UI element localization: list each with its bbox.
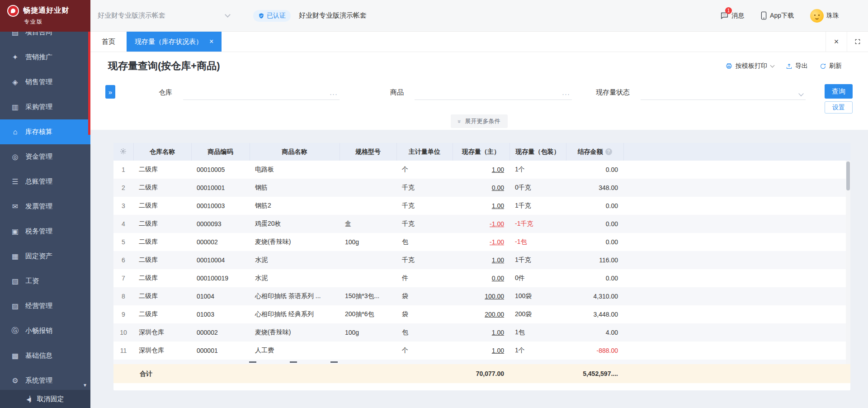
total-balance-amount: 5,452,597.... [566,364,618,383]
query-button[interactable]: 查询 [825,84,853,99]
cell-amount: 0.00 [566,269,623,287]
cell-filler [623,305,850,323]
table-row[interactable]: 2 二级库 00010001 钢筋 千克 0.00 0千克 34 [113,179,850,197]
phone-icon [760,11,767,20]
sidebar-item-label: 采购管理 [25,103,52,111]
tab-close-icon[interactable]: × [209,38,213,46]
cell-warehouse: 二级库 [133,215,191,233]
brand-logo-icon [7,5,19,17]
sidebar-item[interactable]: ▨ 经营管理 [0,294,90,318]
row-index: 1 [113,161,133,179]
table-row[interactable]: 9 二级库 01003 心相印抽纸 经典系列 200抽*6包 袋 200.00 … [113,305,850,323]
sidebar-item[interactable]: ☰ 总账管理 [0,169,90,194]
warehouse-filter: 仓库 ··· [159,85,340,100]
table-row[interactable]: 6 二级库 00010004 水泥 千克 1.00 1千克 11 [113,251,850,269]
sidebar-item-label: 工资 [25,277,39,285]
sidebar-item-label: 经营管理 [25,302,52,310]
goods-input[interactable]: ··· [415,85,572,100]
clipped-text-mark [330,361,338,363]
cell-amount: -888.00 [566,342,623,360]
qty-link[interactable]: 0.00 [492,275,504,282]
cell-filler [623,323,850,342]
sidebar-item[interactable]: ▦ 固定资产 [0,244,90,269]
cell-amount: 116.00 [566,251,623,269]
table-row[interactable]: 10 深圳仓库 000002 麦烧(香辣味) 100g 包 1.00 1包 [113,323,850,342]
sidebar-item[interactable]: ▧ 工资 [0,269,90,294]
table-row[interactable]: 1 二级库 00010005 电路板 个 1.00 1个 0.0 [113,161,850,179]
sidebar-item[interactable]: ⌂ 库存核算 [0,119,90,144]
sidebar-item[interactable]: ◎ 资金管理 [0,144,90,169]
qty-link[interactable]: 1.00 [492,329,504,336]
table-row[interactable]: 3 二级库 00010003 钢筋2 千克 1.00 1千克 0 [113,197,850,215]
cell-goods-name: 钢筋 [250,179,340,197]
qty-link[interactable]: 1.00 [492,347,504,354]
more-options-icon[interactable]: ··· [330,90,338,98]
export-button[interactable]: 导出 [786,62,808,70]
user-menu[interactable]: 珠珠 [810,9,839,23]
sidebar-item[interactable]: ▥ 采购管理 [0,95,90,119]
row-index: 3 [113,197,133,215]
sidebar-item[interactable]: ◈ 销售管理 [0,70,90,95]
qty-link[interactable]: -1.00 [490,238,504,246]
tab-stock-status[interactable]: 现存量（库存状况表） × [127,32,222,52]
cell-qty-package: 1千克 [509,197,566,215]
tab-bar: 首页 现存量（库存状况表） × × [90,32,868,52]
qty-link[interactable]: -1.00 [490,220,504,228]
expense-icon: Ⓖ [11,326,19,336]
filter-bar: » 仓库 ··· 商品 ··· 现存量状态 查询 设置 [90,80,868,114]
more-options-icon[interactable]: ··· [562,90,570,98]
qty-link[interactable]: 200.00 [485,311,504,318]
print-by-template-button[interactable]: 按模板打印 [725,62,774,70]
sidebar-item[interactable]: ✉ 发票管理 [0,194,90,219]
stock-status-select[interactable] [641,85,806,100]
settings-button[interactable]: 设置 [825,101,853,114]
refresh-icon [820,63,826,70]
table-row[interactable]: 4 二级库 0000093 鸡蛋20枚 盒 千克 -1.00 -1千克 [113,215,850,233]
export-label: 导出 [795,62,808,70]
cell-qty-package: -1千克 [509,215,566,233]
sidebar-item[interactable]: ▣ 税务管理 [0,219,90,244]
cell-qty-main: 100.00 [453,287,509,305]
cell-goods-name: 水泥 [250,251,340,269]
cell-warehouse: 二级库 [133,269,191,287]
qty-link[interactable]: 1.00 [492,202,504,209]
table-row[interactable]: 8 二级库 01004 心相印抽纸 茶语系列 ... 150抽*3包... 袋 … [113,287,850,305]
tab-home[interactable]: 首页 [90,32,127,52]
messages-button[interactable]: 消息 1 [720,11,744,20]
qty-link[interactable]: 1.00 [492,166,504,173]
sidebar-item[interactable]: ▤ 项目合同 [0,32,90,45]
unpin-sidebar-button[interactable]: ◀▏ 取消固定 [0,390,90,408]
collapse-filter-button[interactable]: » [105,85,115,99]
table-row[interactable]: 5 二级库 000002 麦烧(香辣味) 100g 包 -1.00 -1包 [113,233,850,251]
table-scrollbar-track [846,161,850,364]
close-all-tabs-button[interactable]: × [826,32,847,52]
sidebar-item[interactable]: Ⓖ 小畅报销 [0,318,90,343]
column-settings-button[interactable] [113,143,133,161]
fullscreen-button[interactable] [847,32,868,52]
refresh-button[interactable]: 刷新 [820,62,842,70]
expand-more-conditions-button[interactable]: » 展开更多条件 [451,114,507,128]
scroll-down-icon[interactable]: ▼ [83,383,87,388]
table-scrollbar-thumb[interactable] [846,161,850,190]
cell-filler [623,233,850,251]
qty-link[interactable]: 0.00 [492,184,504,191]
cell-warehouse: 二级库 [133,251,191,269]
warehouse-input[interactable]: ··· [183,85,340,100]
cell-goods-code: 0000093 [191,215,250,233]
qty-link[interactable]: 100.00 [485,293,504,300]
sidebar-item[interactable]: ▩ 基础信息 [0,343,90,368]
cell-spec: 150抽*3包... [340,287,396,305]
table-row[interactable]: 7 二级库 000100019 水泥 件 0.00 0件 0.0 [113,269,850,287]
account-set-selector[interactable]: 好业财专业版演示帐套 [98,11,230,20]
help-icon[interactable]: ? [605,148,612,155]
chevron-down-icon[interactable] [798,91,803,96]
system-icon: ⚙ [11,376,19,385]
table-row[interactable]: 11 深圳仓库 000001 人工费 个 1.00 1个 -88 [113,342,850,360]
app-download-button[interactable]: App下载 [760,11,794,20]
sidebar-item[interactable]: ✦ 营销推广 [0,45,90,70]
cell-goods-code: 000100019 [191,269,250,287]
qty-link[interactable]: 1.00 [492,256,504,264]
clipped-next-row [113,360,850,364]
sidebar-item[interactable]: ⚙ 系统管理 [0,368,90,393]
sidebar-item-label: 项目合同 [25,32,52,37]
